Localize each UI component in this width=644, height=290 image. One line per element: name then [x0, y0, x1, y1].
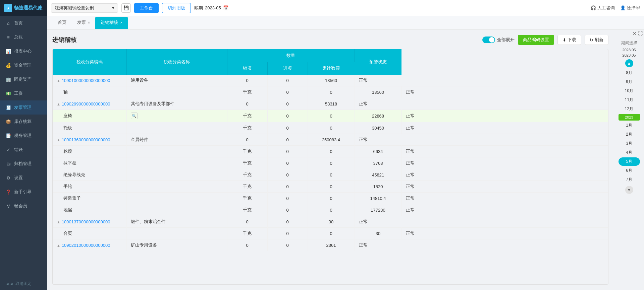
support-button[interactable]: 🎧 人工咨询	[591, 5, 615, 11]
scroll-down-button[interactable]: ▼	[625, 186, 633, 194]
app-logo: ★ 畅捷通易代账	[0, 0, 47, 16]
month-2[interactable]: 2月	[619, 130, 640, 139]
period-2023-2[interactable]: 2023.05	[621, 53, 638, 58]
expand-icon[interactable]: ▲	[57, 79, 60, 83]
workbench-button[interactable]: 工作台	[134, 3, 159, 13]
tab-invoice[interactable]: 发票 ×	[72, 17, 95, 29]
user-menu[interactable]: 👤 徐泽华	[620, 5, 640, 11]
table-row: ▲10902990000000000000 其他专用设备及零部件 0 0 533…	[53, 98, 608, 110]
year-2023-label: 2023	[619, 114, 640, 121]
period-2023-1[interactable]: 2023.05	[621, 47, 638, 53]
company-selector[interactable]: 沈海英测试经营勿删 ▾	[51, 3, 118, 13]
total-cell: 250083.4	[308, 134, 355, 146]
table-row: ▲10901360000000000000 金属铸件 0 0 250083.4 …	[53, 134, 608, 146]
save-button[interactable]: 💾	[121, 3, 131, 13]
table-row: 托板 千克 0 0 30450 正常	[53, 122, 608, 134]
pin-toggle[interactable]: ◄◄ 取消固定	[0, 278, 47, 290]
toggle-switch-control[interactable]	[482, 37, 495, 43]
salary-icon: 💵	[5, 90, 11, 96]
search-icon[interactable]: 🔍	[131, 113, 138, 119]
tax-code-cell: ▲10902990000000000000	[53, 98, 126, 110]
tax-name-cell: 其他专用设备及零部件	[126, 98, 227, 110]
month-5[interactable]: 5月	[619, 157, 640, 166]
month-9[interactable]: 9月	[619, 78, 640, 86]
scroll-up-button[interactable]: ▲	[625, 59, 633, 67]
expand-icon[interactable]: ▲	[57, 220, 60, 224]
col-tax-code: 税收分类编码	[53, 49, 126, 75]
tax-code-cell: ▲10901000000000000000	[53, 75, 126, 86]
sidebar-item-label: 税务管理	[14, 133, 32, 139]
total-cell: 6634	[355, 146, 401, 157]
sales-cell: 0	[267, 204, 308, 216]
sidebar-item-home[interactable]: ⌂ 首页	[0, 16, 47, 30]
sidebar-item-inventory[interactable]: 📦 库存核算	[0, 115, 47, 129]
month-4[interactable]: 4月	[619, 148, 640, 157]
tab-home[interactable]: 首页	[52, 17, 72, 29]
sales-cell: 0	[267, 181, 308, 193]
sidebar-item-member[interactable]: V 畅会员	[0, 199, 47, 213]
panel-expand-icon[interactable]: ⛶	[638, 31, 643, 36]
sidebar-item-ledger[interactable]: ≡ 总账	[0, 30, 47, 44]
funds-icon: 💰	[5, 62, 11, 68]
sales-cell: 0	[267, 110, 308, 122]
month-3[interactable]: 3月	[619, 139, 640, 148]
sidebar-item-salary[interactable]: 💵 工资	[0, 86, 47, 100]
col-tax-name: 税收分类名称	[126, 49, 227, 75]
switch-version-button[interactable]: 切到旧版	[162, 3, 191, 13]
download-button[interactable]: ⬇ 下载	[557, 35, 581, 45]
month-7[interactable]: 7月	[619, 175, 640, 184]
sidebar-item-settle[interactable]: ✓ 结账	[0, 143, 47, 157]
content-area: 进销稽核 全部展开 商品编码设置 ⬇ 下载 ↻ 刷	[47, 29, 644, 290]
expand-icon[interactable]: ▲	[57, 243, 60, 247]
sidebar-item-archive[interactable]: 🗂 归档管理	[0, 157, 47, 171]
sales-cell: 0	[267, 122, 308, 134]
total-cell: 13560	[355, 86, 401, 98]
total-cell: 1820	[355, 181, 401, 193]
unit-cell: 千克	[227, 122, 267, 134]
sidebar-item-label: 总账	[14, 34, 23, 40]
search-cell	[126, 193, 227, 204]
sidebar-item-assets[interactable]: 🏢 固定资产	[0, 72, 47, 86]
main-area: 沈海英测试经营勿删 ▾ 💾 工作台 切到旧版 账期 2023-05 📅 🎧 人工…	[47, 0, 644, 290]
tab-reconcile-close[interactable]: ×	[120, 20, 122, 24]
status-cell: 正常	[401, 86, 608, 98]
expand-icon[interactable]: ▲	[57, 102, 60, 106]
month-11[interactable]: 11月	[619, 96, 640, 104]
total-cell: 14810.4	[355, 193, 401, 204]
refresh-button[interactable]: ↻ 刷新	[585, 35, 608, 45]
month-1[interactable]: 1月	[619, 121, 640, 130]
sidebar-item-label: 首页	[14, 20, 23, 26]
product-code-button[interactable]: 商品编码设置	[518, 35, 554, 45]
total-cell: 30	[308, 216, 355, 228]
sidebar-item-label: 畅会员	[14, 203, 27, 209]
purchase-cell: 0	[308, 193, 355, 204]
tab-reconcile[interactable]: 进销稽核 ×	[95, 17, 127, 29]
toggle-knob	[489, 37, 494, 43]
month-6[interactable]: 6月	[619, 166, 640, 175]
unit-cell: 千克	[227, 228, 267, 239]
month-12[interactable]: 12月	[619, 105, 640, 113]
sidebar-item-funds[interactable]: 💰 资金管理	[0, 58, 47, 72]
name-cell: 轴	[53, 86, 126, 98]
expand-toggle[interactable]: 全部展开	[482, 37, 515, 43]
expand-icon[interactable]: ▲	[57, 138, 60, 142]
month-10[interactable]: 10月	[619, 87, 640, 95]
sidebar-item-invoice[interactable]: 🧾 发票管理	[0, 100, 47, 115]
sidebar-item-reports[interactable]: 📊 报表中心	[0, 44, 47, 58]
sales-cell: 0	[267, 157, 308, 169]
sidebar-item-guide[interactable]: ❓ 新手引导	[0, 185, 47, 199]
pin-icon: ◄◄	[5, 282, 13, 286]
sidebar-item-tax[interactable]: 📑 税务管理	[0, 129, 47, 143]
sidebar-item-settings[interactable]: ⚙ 设置	[0, 171, 47, 185]
calendar-icon[interactable]: 📅	[223, 5, 228, 10]
month-8[interactable]: 8月	[619, 69, 640, 77]
name-cell: 轮毂	[53, 146, 126, 157]
table-row: 铸造盖子 千克 0 0 14810.4 正常	[53, 193, 608, 204]
tab-home-label: 首页	[58, 19, 66, 25]
pin-label: 取消固定	[15, 281, 32, 287]
member-icon: V	[5, 203, 11, 209]
purchase-cell: 0	[308, 204, 355, 216]
panel-close-icon[interactable]: ✕	[633, 31, 637, 36]
tab-invoice-close[interactable]: ×	[88, 20, 90, 24]
total-cell: 22868	[355, 110, 401, 122]
